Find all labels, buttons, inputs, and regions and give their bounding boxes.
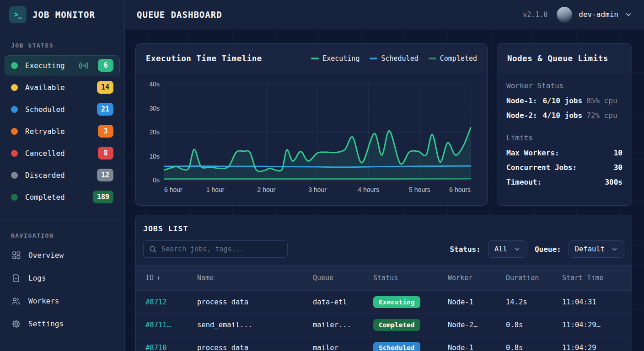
sidebar-state-cancelled[interactable]: Cancelled8	[5, 143, 120, 163]
job-duration: 14.2s	[506, 298, 562, 306]
sidebar-state-discarded[interactable]: Discarded12	[5, 165, 120, 185]
legend-dash-icon	[429, 58, 436, 59]
sidebar-state-retryable[interactable]: Retryable3	[5, 121, 120, 141]
job-id-link[interactable]: #8712	[145, 298, 197, 306]
limit-value: 10	[614, 149, 623, 157]
sidebar-state-scheduled[interactable]: Scheduled21	[5, 99, 120, 119]
job-states-list: Executing6Available14Scheduled21Retryabl…	[0, 55, 124, 207]
limit-label: Timeout:	[506, 178, 542, 186]
page-title: QUEUE DASHBOARD	[137, 10, 222, 20]
legend-label: Completed	[440, 54, 477, 63]
chevron-down-icon	[611, 246, 618, 253]
status-badge: Completed	[373, 319, 420, 331]
state-dot-icon	[11, 62, 18, 69]
chart-legend: ExecutingScheduledCompleted	[311, 54, 477, 63]
table-row[interactable]: #8712process_datadata-etlExecutingNode-1…	[136, 291, 632, 314]
dashboard-content: Execution Time Timeline ExecutingSchedul…	[125, 29, 644, 351]
navigation-list: OverviewLogsWorkersSettings	[0, 245, 124, 333]
legend-item-completed[interactable]: Completed	[429, 54, 477, 63]
chart-area: 0s10s20s30s40s6 hour1 hour2 hour3 hour4 …	[136, 73, 487, 205]
status-select[interactable]: All	[488, 240, 527, 258]
jobs-list-title: JOBS LIST	[143, 224, 624, 233]
table-row[interactable]: #8710process_datamailerScheduledNode-10.…	[136, 336, 632, 351]
job-worker: Node-1	[448, 298, 506, 306]
worker-jobs: 6/10 jobs	[542, 96, 582, 105]
column-header-id[interactable]: ID↑	[145, 274, 197, 282]
limit-value: 30	[614, 163, 623, 172]
state-dot-icon	[11, 194, 18, 201]
terminal-icon-gt: >	[14, 11, 18, 19]
job-id-link[interactable]: #8711…	[145, 321, 197, 329]
execution-timeline-card: Execution Time Timeline ExecutingSchedul…	[135, 43, 488, 206]
app-title: JOB MONITOR	[32, 10, 95, 20]
job-id-link[interactable]: #8710	[145, 344, 197, 351]
job-duration: 0.8s	[506, 344, 562, 351]
limit-row: Max Workers:10	[506, 149, 623, 157]
state-count-badge: 6	[98, 59, 113, 72]
state-label: Discarded	[25, 171, 90, 180]
user-menu-chevron-down-icon[interactable]	[625, 11, 632, 18]
state-label: Executing	[25, 61, 70, 70]
worker-jobs: 4/10 jobs	[542, 111, 582, 120]
svg-text:4 hours: 4 hours	[358, 186, 379, 193]
sort-ascending-icon: ↑	[156, 274, 161, 282]
nodes-card-title: Nodes & Queue Limits	[507, 54, 608, 63]
legend-item-scheduled[interactable]: Scheduled	[370, 54, 418, 63]
grid-icon	[11, 250, 21, 260]
sidebar-state-completed[interactable]: Completed189	[5, 187, 120, 207]
state-count-badge: 14	[97, 81, 113, 94]
legend-item-executing[interactable]: Executing	[311, 54, 360, 63]
svg-text:6 hours: 6 hours	[449, 186, 471, 193]
job-worker: Node-2…	[448, 321, 506, 329]
user-avatar[interactable]	[557, 7, 572, 22]
state-label: Completed	[25, 193, 86, 202]
gear-icon	[11, 319, 21, 329]
job-start-time: 11:04:31	[562, 298, 632, 306]
jobs-search-input[interactable]	[161, 245, 282, 253]
jobs-table-header-row: ID↑NameQueueStatusWorkerDurationStart Ti…	[136, 265, 632, 291]
nodes-divider	[506, 126, 623, 126]
queue-select[interactable]: Default	[569, 240, 624, 258]
username[interactable]: dev-admin	[579, 10, 618, 19]
sidebar-item-overview[interactable]: Overview	[5, 245, 120, 265]
state-label: Retryable	[25, 127, 91, 136]
state-dot-icon	[11, 150, 18, 157]
worker-name: Node-2:	[506, 111, 537, 120]
state-count-badge: 12	[97, 169, 113, 181]
sidebar-state-executing[interactable]: Executing6	[5, 55, 120, 75]
status-badge: Executing	[373, 296, 420, 308]
timeline-chart: 0s10s20s30s40s6 hour1 hour2 hour3 hour4 …	[140, 77, 478, 199]
limits-label: Limits	[506, 133, 623, 142]
worker-status-row: Node-2:4/10 jobs72% cpu	[506, 111, 623, 120]
main-area: QUEUE DASHBOARD v2.1.0 dev-admin Executi…	[125, 0, 644, 351]
live-broadcast-icon	[78, 62, 90, 69]
legend-label: Executing	[322, 54, 360, 63]
sidebar-item-logs[interactable]: Logs	[5, 268, 120, 287]
job-status-cell: Scheduled	[373, 342, 448, 351]
sidebar-item-workers[interactable]: Workers	[5, 291, 120, 310]
terminal-icon-underscore: _	[18, 11, 21, 19]
sidebar-item-settings[interactable]: Settings	[5, 314, 120, 333]
job-worker: Node-1	[448, 344, 506, 351]
status-badge: Scheduled	[373, 342, 420, 351]
worker-status-row: Node-1:6/10 jobs85% cpu	[506, 96, 623, 105]
worker-name: Node-1:	[506, 96, 537, 105]
column-header-name: Name	[197, 274, 313, 282]
topbar-right: v2.1.0 dev-admin	[523, 7, 632, 22]
column-header-duration: Duration	[506, 274, 562, 282]
svg-text:1 hour: 1 hour	[206, 186, 225, 193]
jobs-search-box[interactable]	[143, 240, 288, 258]
document-icon	[11, 273, 21, 283]
queue-select-value: Default	[575, 245, 605, 253]
job-name: process_data	[197, 298, 313, 306]
table-row[interactable]: #8711…send_email...mailer...CompletedNod…	[136, 314, 632, 336]
job-duration: 0.8s	[506, 321, 562, 329]
sidebar-state-available[interactable]: Available14	[5, 77, 120, 97]
navigation-header: NAVIGATION	[0, 232, 124, 239]
jobs-table-body: #8712process_datadata-etlExecutingNode-1…	[136, 291, 632, 351]
job-start-time: 11:04:29…	[562, 321, 632, 329]
workers-status-list: Node-1:6/10 jobs85% cpuNode-2:4/10 jobs7…	[506, 96, 623, 120]
svg-text:3 hour: 3 hour	[308, 186, 327, 193]
column-header-worker: Worker	[448, 274, 506, 282]
legend-label: Scheduled	[381, 54, 418, 63]
